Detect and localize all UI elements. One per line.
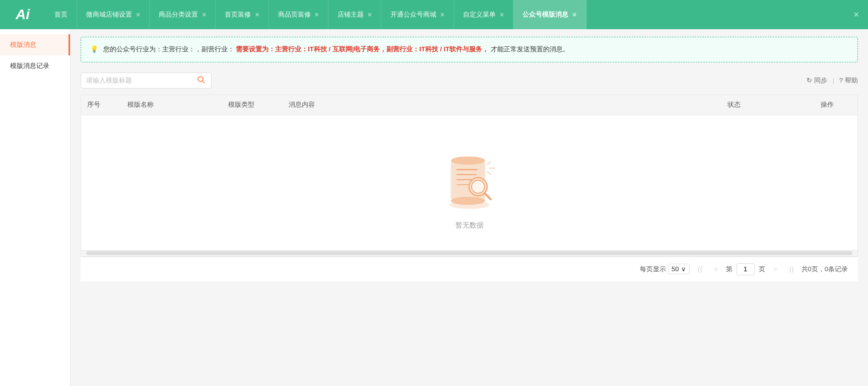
col-header-content: 消息内容: [283, 100, 721, 109]
col-header-type: 模版类型: [222, 100, 283, 109]
search-input-wrap[interactable]: [81, 72, 212, 89]
tab-home-decor-label: 首页装修: [225, 10, 251, 19]
tab-home[interactable]: 首页: [45, 0, 77, 29]
tab-custom-menu[interactable]: 自定义菜单 ×: [454, 0, 513, 29]
svg-line-16: [487, 172, 491, 175]
empty-text: 暂无数据: [455, 221, 484, 230]
scroll-track[interactable]: [86, 251, 852, 255]
sidebar-item-template-message[interactable]: 模版消息: [0, 34, 70, 55]
toolbar-divider: |: [832, 76, 834, 84]
help-label: 帮助: [845, 76, 858, 85]
notice-icon: 💡: [90, 45, 98, 53]
notice-prefix: 您的公众号行业为：主营行业：，副营行业：: [103, 45, 234, 53]
sidebar-item-template-record[interactable]: 模版消息记录: [0, 55, 70, 76]
sync-label: 同步: [814, 76, 827, 85]
close-home-decor-icon[interactable]: ×: [255, 11, 259, 19]
total-info: 共0页，0条记录: [802, 265, 848, 274]
notice-box: 💡 您的公众号行业为：主营行业：，副营行业： 需要设置为：主营行业：IT科技 /…: [81, 37, 858, 62]
col-header-seq: 序号: [81, 100, 121, 109]
per-page-select: 每页显示 50 ∨: [640, 264, 689, 274]
close-shop-theme-icon[interactable]: ×: [368, 11, 372, 19]
search-row: ↻ 同步 | ? 帮助: [81, 72, 858, 89]
tab-wechat-shop-label: 微商城店铺设置: [86, 10, 132, 19]
data-table: 序号 模版名称 模版类型 消息内容 状态 操作: [81, 95, 858, 257]
svg-line-1: [203, 81, 205, 83]
svg-line-14: [487, 162, 491, 165]
tab-product-category-label: 商品分类设置: [159, 10, 198, 19]
notice-highlight: 需要设置为：主营行业：IT科技 / 互联网|电子商务，副营行业：IT科技 / I…: [236, 45, 489, 53]
tab-custom-menu-label: 自定义菜单: [463, 10, 496, 19]
tab-product-category[interactable]: 商品分类设置 ×: [150, 0, 216, 29]
content-area: 💡 您的公众号行业为：主营行业：，副营行业： 需要设置为：主营行业：IT科技 /…: [71, 29, 868, 386]
help-icon: ?: [839, 76, 843, 84]
tab-shop-theme[interactable]: 店铺主题 ×: [328, 0, 381, 29]
per-page-dropdown[interactable]: 50 ∨: [668, 264, 689, 274]
close-template-msg-icon[interactable]: ×: [572, 11, 576, 19]
sidebar-item-template-record-label: 模版消息记录: [10, 62, 49, 69]
tab-bar: Ai 首页 微商城店铺设置 × 商品分类设置 × 首页装修 × 商品页装修 × …: [0, 0, 868, 29]
app-logo: Ai: [0, 0, 45, 29]
sidebar-item-template-message-label: 模版消息: [10, 41, 36, 48]
tab-home-label: 首页: [54, 10, 68, 19]
sync-icon: ↻: [807, 76, 812, 84]
table-header: 序号 模版名称 模版类型 消息内容 状态 操作: [81, 95, 857, 115]
empty-state: 暂无数据: [81, 115, 857, 250]
tab-open-shop-label: 开通公众号商城: [390, 10, 436, 19]
tab-shop-theme-label: 店铺主题: [338, 10, 364, 19]
close-open-shop-icon[interactable]: ×: [440, 11, 444, 19]
tab-wechat-shop[interactable]: 微商城店铺设置 ×: [77, 0, 150, 29]
search-input[interactable]: [86, 76, 197, 84]
scroll-bar-area[interactable]: [81, 250, 857, 256]
main-layout: 模版消息 模版消息记录 💡 您的公众号行业为：主营行业：，副营行业： 需要设置为…: [0, 29, 868, 386]
svg-point-4: [451, 157, 485, 165]
page-unit: 页: [759, 265, 765, 274]
tab-home-decor[interactable]: 首页装修 ×: [216, 0, 269, 29]
tab-product-decor-label: 商品页装修: [278, 10, 311, 19]
first-page-button[interactable]: ⟨⟨: [694, 263, 706, 275]
tab-template-msg-label: 公众号模版消息: [522, 10, 568, 19]
close-product-decor-icon[interactable]: ×: [315, 11, 319, 19]
col-header-name: 模版名称: [121, 100, 222, 109]
pagination-row: 每页显示 50 ∨ ⟨⟨ ＜ 第 页 ＞ ⟩⟩ 共0页，0条记录: [81, 257, 858, 281]
last-page-button[interactable]: ⟩⟩: [785, 263, 797, 275]
dropdown-arrow-icon: ∨: [681, 265, 686, 273]
search-icon[interactable]: [197, 75, 205, 85]
toolbar-right: ↻ 同步 | ? 帮助: [807, 76, 858, 85]
per-page-label: 每页显示: [640, 265, 666, 274]
svg-line-13: [485, 193, 491, 199]
global-close-button[interactable]: ×: [844, 10, 868, 20]
close-custom-menu-icon[interactable]: ×: [500, 11, 504, 19]
sync-button[interactable]: ↻ 同步: [807, 76, 827, 85]
prev-page-button[interactable]: ＜: [710, 263, 722, 275]
col-header-action: 操作: [797, 100, 857, 109]
col-header-status: 状态: [721, 100, 797, 109]
notice-suffix: 才能正常发送预置的消息。: [491, 45, 569, 53]
help-button[interactable]: ? 帮助: [839, 76, 858, 85]
close-product-category-icon[interactable]: ×: [202, 11, 206, 19]
svg-point-5: [451, 197, 485, 205]
page-word: 第: [726, 265, 732, 274]
next-page-button[interactable]: ＞: [769, 263, 781, 275]
page-number-input[interactable]: [737, 263, 755, 275]
tab-template-msg[interactable]: 公众号模版消息 ×: [513, 0, 586, 29]
tab-product-decor[interactable]: 商品页装修 ×: [269, 0, 328, 29]
per-page-value: 50: [672, 265, 679, 273]
tab-open-shop[interactable]: 开通公众号商城 ×: [381, 0, 454, 29]
close-wechat-shop-icon[interactable]: ×: [136, 11, 140, 19]
sidebar: 模版消息 模版消息记录: [0, 29, 71, 386]
empty-illustration: [437, 145, 502, 211]
